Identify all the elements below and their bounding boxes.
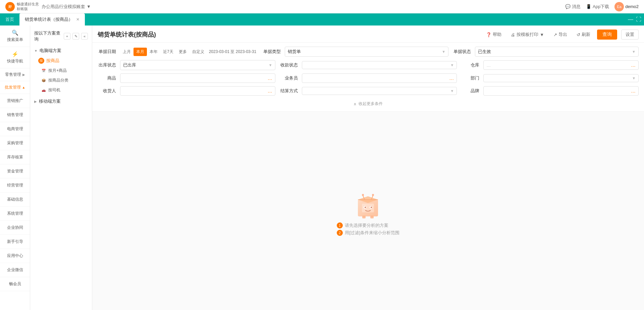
export-btn[interactable]: ↗ 导出 (551, 30, 570, 39)
user-name[interactable]: demo2 (625, 4, 639, 9)
staff-input[interactable]: … (302, 73, 457, 83)
sidebar-system-label: 系统管理 (7, 211, 23, 216)
bill-status-input[interactable]: 已生效 ▼ (475, 47, 639, 57)
logo-area: 好 畅捷通好生意 标账版 (5, 2, 39, 11)
shortcuts-icon: ⚡ (12, 51, 18, 57)
collect-status-label: 收款状态 (279, 62, 298, 68)
print-btn[interactable]: 🖨 按模板打印 ▼ (508, 30, 547, 39)
goods-dots-icon[interactable]: … (268, 75, 272, 81)
industry-selector[interactable]: 办公用品行业模拟账套 ▼ (42, 4, 91, 10)
app-download-action[interactable]: 📱 App下载 (586, 4, 609, 10)
sidebar-retail-label: 零售管理 (5, 72, 21, 78)
payment-input[interactable]: ▼ (302, 87, 457, 95)
date-btn-custom[interactable]: 自定义 (190, 48, 207, 56)
brand-label: 品牌 (461, 88, 479, 94)
warehouse-label: 仓库 (461, 62, 479, 68)
sidebar-item-shortcuts[interactable]: ⚡ 快捷导航 (0, 47, 30, 68)
sidebar-item-weixin[interactable]: 企业微信 (0, 263, 30, 277)
recipient-label: 收货人 (98, 88, 116, 94)
date-range: 2023-03-01 至 2023-03-31 (207, 49, 258, 55)
bill-type-input[interactable]: 销货单 ▼ (285, 47, 448, 57)
empty-illustration (351, 186, 385, 220)
warehouse-input[interactable]: … … (483, 60, 639, 70)
sidebar-item-enterprise[interactable]: 企业协同 (0, 221, 30, 235)
sidebar-item-inventory[interactable]: 库存核算 (0, 150, 30, 164)
sidebar-weixin-label: 企业微信 (7, 267, 23, 273)
goods-label: 商品 (98, 75, 116, 81)
tip-text-1: 请先选择要分析的方案 (345, 222, 388, 228)
bill-type-label: 单据类型 (262, 49, 281, 55)
scheme-goods-category[interactable]: 📦 按商品分类 (30, 75, 92, 85)
sidebar-item-finance[interactable]: 资金管理 (0, 164, 30, 178)
sidebar-item-sales[interactable]: 销售管理 (0, 108, 30, 122)
page-title-bar: 销货单统计表(按商品) ❓ 帮助 🖨 按模板打印 ▼ ↗ 导出 (92, 25, 644, 43)
date-btn-this-year[interactable]: 本年 (147, 48, 160, 56)
sidebar-search-label: 搜索菜单 (7, 37, 23, 43)
sidebar-item-guide[interactable]: 新手引导 (0, 235, 30, 249)
bill-status-arrow: ▼ (632, 50, 636, 54)
collect-status-input[interactable]: ▼ (302, 61, 457, 69)
mobile-expand-icon: ▶ (34, 100, 37, 103)
sidebar-item-purchase[interactable]: 采购管理 (0, 136, 30, 150)
recipient-input[interactable]: … (120, 86, 275, 96)
empty-state: 1 请先选择要分析的方案 2 用[过滤]条件来缩小分析范围 (337, 186, 399, 236)
date-btn-this-month[interactable]: 本月 (133, 48, 147, 56)
warehouse-dots-icon[interactable]: … (631, 62, 636, 68)
scheme-driver[interactable]: 🚗 按司机 (30, 85, 92, 95)
bill-status-label: 单据状态 (452, 49, 471, 55)
date-btn-last-month[interactable]: 上月 (120, 48, 133, 56)
sidebar-item-marketing[interactable]: 营销推广 (0, 94, 30, 108)
tab-close-icon[interactable]: ✕ (76, 17, 79, 22)
sidebar-item-wholesale[interactable]: 批发管理 ▲ (0, 81, 30, 94)
edit-scheme-btn[interactable]: ✎ (72, 33, 79, 40)
sidebar-item-retail[interactable]: 零售管理 ▶ (0, 68, 30, 81)
refresh-btn[interactable]: ↺ 刷新 (574, 30, 593, 39)
sidebar-item-basic[interactable]: 基础信息 (0, 193, 30, 207)
recipient-dots-icon[interactable]: … (268, 88, 272, 94)
tab-home[interactable]: 首页 (0, 13, 19, 25)
scheme-month-goods[interactable]: 📅 按月+商品 (30, 66, 92, 75)
settings-btn[interactable]: 设置 (621, 30, 639, 40)
sidebar-item-ecommerce[interactable]: 电商管理 (0, 122, 30, 136)
sidebar-item-search[interactable]: 🔍 搜索菜单 (0, 25, 30, 47)
query-btn[interactable]: 查询 (597, 30, 617, 40)
scheme-category-label: 按商品分类 (48, 78, 68, 83)
expand-icon: ▼ (34, 49, 38, 53)
sidebar-item-operation[interactable]: 经营管理 (0, 178, 30, 193)
bill-type-arrow: ▼ (442, 50, 445, 54)
date-btn-7days[interactable]: 近7天 (160, 48, 176, 56)
dept-label: 部门 (461, 75, 479, 81)
brand-input[interactable]: … (483, 86, 639, 96)
help-btn[interactable]: ❓ 帮助 (483, 30, 504, 39)
goods-input[interactable]: … (120, 73, 275, 83)
scheme-goods-label: 按商品 (46, 58, 59, 64)
left-panel-title: 按以下方案查询 (34, 30, 64, 42)
tab-sales-stats[interactable]: 销货单统计表（按商品） ✕ (19, 13, 85, 25)
pc-group-header[interactable]: ▼ 电脑端方案 (30, 46, 92, 56)
sidebar-item-system[interactable]: 系统管理 (0, 207, 30, 221)
mobile-group-header[interactable]: ▶ 移动端方案 (30, 96, 92, 106)
tip-num-1: 1 (337, 222, 343, 228)
date-filter: 上月 本月 本年 近7天 更多 (120, 48, 258, 56)
date-btn-more[interactable]: 更多 (176, 48, 190, 56)
main-layout: 🔍 搜索菜单 ⚡ 快捷导航 零售管理 ▶ 批发管理 ▲ 营销推广 销售管理 电商… (0, 25, 644, 310)
tab-maximize-icon[interactable]: ⛶ (636, 16, 641, 22)
svg-point-11 (372, 194, 374, 196)
scheme-by-goods[interactable]: 按 按商品 (30, 56, 92, 66)
message-action[interactable]: 💬 消息 (565, 4, 581, 10)
sidebar-item-member[interactable]: 畅会员 (0, 277, 30, 291)
tab-minimize-icon[interactable]: — (628, 16, 633, 22)
add-scheme-btn[interactable]: + (64, 33, 70, 40)
dept-input[interactable]: ▼ (483, 74, 639, 82)
staff-dots-icon[interactable]: … (449, 75, 454, 81)
sidebar-shortcuts-label: 快捷导航 (7, 58, 23, 64)
collapse-btn[interactable]: ∧ 收起更多条件 (98, 99, 639, 107)
brand-dots-icon[interactable]: … (631, 88, 636, 94)
tip-text-2: 用[过滤]条件来缩小分析范围 (345, 230, 399, 236)
user-area[interactable]: Ea demo2 (614, 2, 639, 11)
sidebar-guide-label: 新手引导 (7, 239, 23, 245)
collapse-panel-btn[interactable]: « (81, 33, 88, 40)
sidebar-item-apps[interactable]: 应用中心 (0, 249, 30, 263)
out-status-input[interactable]: 已出库 ▼ (120, 60, 275, 70)
sidebar-ecommerce-label: 电商管理 (7, 126, 23, 132)
